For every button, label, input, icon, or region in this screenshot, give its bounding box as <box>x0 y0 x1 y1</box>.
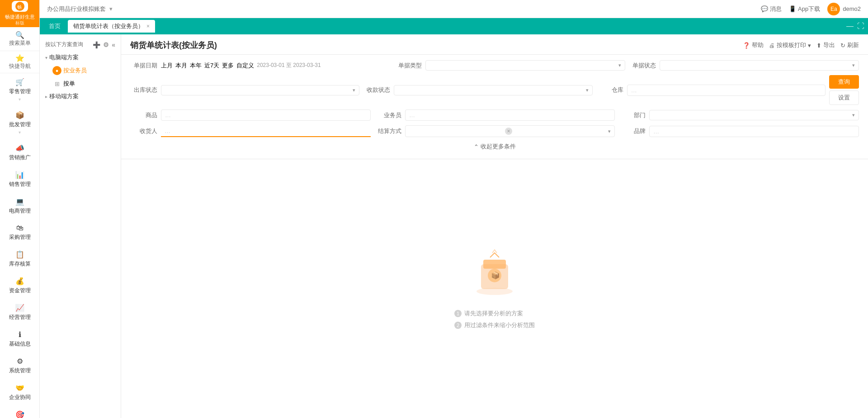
sidebar-label-7: 资金管理 <box>9 287 31 294</box>
sidebar-label-5: 采购管理 <box>9 233 31 241</box>
date-custom[interactable]: 自定义 <box>236 62 254 70</box>
logo-icon: 畅 <box>12 1 28 12</box>
dept-label: 部门 <box>618 111 646 119</box>
print-btn[interactable]: 🖨 按模板打印 ▾ <box>769 41 811 49</box>
sidebar-label-1: 批发管理 <box>9 121 31 128</box>
maximize-icon[interactable]: ⛶ <box>857 22 864 30</box>
sidebar-item-12[interactable]: 🎯 新手引导 <box>7 406 33 418</box>
logo-text: 畅捷通好生意 <box>5 14 35 20</box>
left-panel-icons: ➕ ⚙ « <box>93 41 115 48</box>
message-btn[interactable]: 💬 消息 <box>761 5 782 13</box>
date-more[interactable]: 更多 <box>222 62 234 70</box>
shortcut-nav[interactable]: ⭐ 快捷导航 <box>0 51 39 73</box>
goods-select[interactable]: … <box>161 109 371 121</box>
tree-mobile[interactable]: ▸ 移动端方案 <box>40 90 121 103</box>
brand-select[interactable]: … <box>649 126 859 137</box>
sidebar-expand-icon-0: ▾ <box>19 97 21 102</box>
logo-subtitle: 标版 <box>15 20 24 26</box>
out-status-label: 出库状态 <box>130 86 157 94</box>
receipt-status-select[interactable]: ▾ <box>394 85 592 95</box>
doc-type-label: 单据类型 <box>395 62 422 70</box>
sidebar-label-10: 系统管理 <box>9 367 31 375</box>
settlement-label: 结算方式 <box>374 127 401 135</box>
collapse-arrow-icon: ⌃ <box>474 143 479 150</box>
sidebar-item-0[interactable]: 🛒 零售管理 ▾ <box>7 73 33 106</box>
tab-home[interactable]: 首页 <box>43 20 66 33</box>
export-btn[interactable]: ⬆ 导出 <box>816 41 835 49</box>
tab-sales-report[interactable]: 销货单统计表（按业务员） × <box>68 20 155 33</box>
refresh-btn[interactable]: ↻ 刷新 <box>840 41 859 49</box>
sidebar: 畅 畅捷通好生意 标版 🔍 搜索菜单 ⭐ 快捷导航 🛒 零售管理 ▾ 📦 批发管… <box>0 0 40 418</box>
date-this-month[interactable]: 本月 <box>175 62 187 70</box>
warehouse-group: 仓库 … <box>596 85 826 96</box>
order-icon: ⊞ <box>52 81 61 87</box>
query-btn[interactable]: 查询 <box>829 75 859 89</box>
tree-desktop[interactable]: ▾ 电脑端方案 <box>40 51 121 64</box>
tree-arrow-icon: ▾ <box>45 55 47 60</box>
sidebar-item-8[interactable]: 📈 经营管理 <box>7 299 33 326</box>
collapse-panel-btn[interactable]: « <box>112 41 115 48</box>
collapse-btn[interactable]: ⌃ 收起更多条件 <box>474 142 516 151</box>
doc-type-group: 单据类型 ▾ <box>395 60 625 71</box>
settlement-select[interactable]: × ▾ <box>405 125 615 137</box>
minimize-icon[interactable]: — <box>846 22 854 30</box>
goods-label: 商品 <box>130 111 157 119</box>
edit-scheme-btn[interactable]: ⚙ <box>103 41 109 48</box>
warehouse-select[interactable]: … <box>627 85 826 96</box>
sidebar-item-6[interactable]: 📋 库存核算 <box>7 246 33 272</box>
app-download-btn[interactable]: 📱 App下载 <box>789 5 820 13</box>
topbar-dropdown-icon[interactable]: ▾ <box>109 5 113 12</box>
doc-status-select[interactable]: ▾ <box>660 60 859 71</box>
dept-select[interactable]: ▾ <box>649 110 859 120</box>
sidebar-icon-0: 🛒 <box>15 78 24 86</box>
sidebar-logo[interactable]: 畅 畅捷通好生意 标版 <box>0 0 39 27</box>
tip-item-1: 1 请先选择要分析的方案 <box>454 308 535 319</box>
sidebar-item-4[interactable]: 💻 电商管理 <box>7 193 33 219</box>
doc-type-chevron-icon: ▾ <box>618 62 621 68</box>
settlement-clear-btn[interactable]: × <box>505 128 512 135</box>
refresh-icon: ↻ <box>840 42 845 49</box>
sidebar-icon-7: 💰 <box>15 277 24 285</box>
receipt-status-group: 收款状态 ▾ <box>363 85 592 95</box>
print-dropdown-icon[interactable]: ▾ <box>808 42 811 49</box>
out-status-select[interactable]: ▾ <box>161 85 359 95</box>
sidebar-icon-9: ℹ <box>19 330 21 339</box>
tab-close-icon[interactable]: × <box>146 23 150 29</box>
settings-btn[interactable]: 设置 <box>829 90 859 105</box>
sidebar-item-5[interactable]: 🛍 采购管理 <box>7 219 33 246</box>
sidebar-item-7[interactable]: 💰 资金管理 <box>7 272 33 299</box>
tree-child-order[interactable]: ⊞ 按单 <box>40 77 121 90</box>
consignee-group: 收货人 … <box>130 126 371 137</box>
date-this-year[interactable]: 本年 <box>190 62 202 70</box>
sidebar-icon-1: 📦 <box>15 111 24 119</box>
sidebar-item-2[interactable]: 📣 营销推广 <box>7 139 33 166</box>
query-actions: 查询 设置 <box>829 75 859 105</box>
help-btn[interactable]: ❓ 帮助 <box>743 41 764 49</box>
left-panel-header: 按以下方案查询 ➕ ⚙ « <box>40 38 121 51</box>
page-title: 销货单统计表(按业务员) <box>130 40 217 51</box>
svg-text:畅: 畅 <box>17 5 22 10</box>
date-range-display: 2023-03-01 至 2023-03-31 <box>257 62 321 69</box>
add-scheme-btn[interactable]: ➕ <box>93 41 100 48</box>
sidebar-item-9[interactable]: ℹ 基础信息 <box>7 326 33 352</box>
salesperson-select[interactable]: … <box>405 109 615 121</box>
svg-rect-4 <box>483 260 506 269</box>
consignee-select[interactable]: … <box>161 126 371 137</box>
topbar-right: 💬 消息 📱 App下载 Ea demo2 <box>761 3 861 15</box>
page-header: 销货单统计表(按业务员) ❓ 帮助 🖨 按模板打印 ▾ ⬆ 导出 <box>121 34 868 55</box>
sidebar-item-3[interactable]: 📊 销售管理 <box>7 166 33 193</box>
user-profile[interactable]: Ea demo2 <box>827 3 861 15</box>
doc-status-label: 单据状态 <box>629 62 656 70</box>
doc-type-select[interactable]: ▾ <box>425 60 625 71</box>
sidebar-label-11: 企业协同 <box>9 394 31 401</box>
sidebar-item-1[interactable]: 📦 批发管理 ▾ <box>7 106 33 139</box>
search-menu[interactable]: 🔍 搜索菜单 <box>0 27 39 51</box>
date-7days[interactable]: 近7天 <box>204 62 219 70</box>
settlement-group: 结算方式 × ▾ <box>374 125 615 137</box>
tip-item-2: 2 用过滤条件来缩小分析范围 <box>454 319 535 331</box>
date-last-month[interactable]: 上月 <box>161 62 173 70</box>
dept-chevron-icon: ▾ <box>852 112 855 118</box>
tree-child-salesperson[interactable]: ● 按业务员 <box>40 64 121 77</box>
sidebar-item-11[interactable]: 🤝 企业协同 <box>7 379 33 406</box>
sidebar-item-10[interactable]: ⚙ 系统管理 <box>7 352 33 379</box>
